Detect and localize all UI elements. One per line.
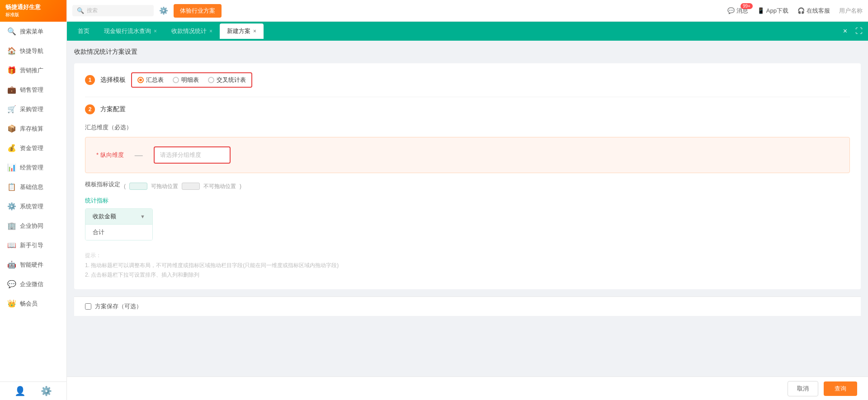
metrics-group-label: 统计指标 bbox=[85, 197, 850, 205]
service-icon: 🎧 bbox=[797, 7, 805, 14]
sidebar-item-wechat[interactable]: 💬 企业微信 bbox=[0, 274, 66, 294]
sidebar: 畅捷通好生意 标准版 🔍 搜索菜单 🏠 快捷导航 🎁 营销推广 💼 销售管理 🛒… bbox=[0, 0, 67, 400]
cancel-button[interactable]: 取消 bbox=[788, 381, 818, 396]
tab-home[interactable]: 首页 bbox=[71, 24, 97, 39]
settings-icon[interactable]: ⚙️ bbox=[159, 6, 168, 15]
search-bar-icon: 🔍 bbox=[77, 7, 84, 14]
sidebar-logo: 畅捷通好生意 标准版 bbox=[0, 0, 66, 22]
user-avatar-icon[interactable]: 👤 bbox=[14, 386, 26, 396]
tab-close-all-btn[interactable]: × bbox=[841, 25, 849, 37]
radio-summary-circle bbox=[137, 77, 144, 83]
sidebar-item-finance[interactable]: 💰 资金管理 bbox=[0, 138, 66, 158]
sidebar-bottom: 👤 ⚙️ bbox=[0, 381, 66, 400]
hint-nodrag-label: 不可拖动位置 bbox=[203, 183, 236, 190]
app-download[interactable]: 📱 App下载 bbox=[757, 7, 788, 15]
radio-crosstab[interactable]: 交叉统计表 bbox=[208, 76, 246, 84]
sidebar-item-purchase[interactable]: 🛒 采购管理 bbox=[0, 99, 66, 119]
robot-icon: 🤖 bbox=[7, 260, 16, 269]
sidebar-item-search-menu[interactable]: 🔍 搜索菜单 bbox=[0, 22, 66, 41]
tab-collection-stat-close[interactable]: × bbox=[209, 28, 212, 34]
user-name: 用户名称 bbox=[839, 7, 863, 15]
tips-area: 提示： 1. 拖动标题栏可以调整布局，不可跨维度或指标区域拖动栏目字段(只能在同… bbox=[85, 251, 850, 280]
save-label: 方案保存（可选） bbox=[95, 302, 142, 311]
online-service[interactable]: 🎧 在线客服 bbox=[797, 7, 830, 15]
step1-header: 1 选择模板 汇总表 明细表 交叉统计表 bbox=[85, 72, 850, 88]
divider1 bbox=[85, 97, 850, 97]
dim-area: * 纵向维度 — 请选择分组维度 bbox=[85, 137, 850, 173]
metrics-col-header: 收款金额 bbox=[93, 212, 116, 221]
search-bar[interactable]: 🔍 搜索 bbox=[72, 5, 154, 16]
chat-icon: 💬 bbox=[7, 280, 16, 288]
dim-row-label: * 纵向维度 bbox=[96, 151, 124, 159]
tab-home-label: 首页 bbox=[78, 27, 90, 35]
sidebar-item-enterprise[interactable]: 🏢 企业协同 bbox=[0, 216, 66, 235]
gear-icon: ⚙️ bbox=[7, 202, 16, 211]
sidebar-item-sales[interactable]: 💼 销售管理 bbox=[0, 80, 66, 99]
sidebar-item-smart-hw[interactable]: 🤖 智能硬件 bbox=[0, 255, 66, 274]
metrics-chevron-icon: ▼ bbox=[140, 214, 145, 219]
tip1: 1. 拖动标题栏可以调整布局，不可跨维度或指标区域拖动栏目字段(只能在同一维度或… bbox=[85, 261, 850, 271]
sidebar-item-basic-info[interactable]: 📋 基础信息 bbox=[0, 177, 66, 197]
sidebar-item-member[interactable]: 👑 畅会员 bbox=[0, 294, 66, 313]
metrics-table: 收款金额 ▼ 合计 bbox=[85, 208, 153, 240]
metrics-table-row: 合计 bbox=[85, 225, 152, 240]
tab-bank-flow-close[interactable]: × bbox=[154, 28, 157, 34]
service-label: 在线客服 bbox=[807, 7, 830, 15]
hint-drag-label: 可拖动位置 bbox=[151, 183, 178, 190]
industry-btn[interactable]: 体验行业方案 bbox=[174, 4, 222, 18]
clipboard-icon: 📋 bbox=[7, 183, 16, 191]
search-bar-placeholder: 搜索 bbox=[87, 7, 98, 14]
message-badge[interactable]: 💬 消息 99+ bbox=[727, 7, 748, 15]
settings-bottom-icon[interactable]: ⚙️ bbox=[41, 386, 52, 396]
book-icon: 📖 bbox=[7, 241, 16, 249]
main-area: 🔍 搜索 ⚙️ 体验行业方案 💬 消息 99+ 📱 App下载 🎧 在线客服 用… bbox=[67, 0, 868, 400]
radio-detail[interactable]: 明细表 bbox=[173, 76, 199, 84]
radio-detail-circle bbox=[173, 77, 179, 83]
message-count: 99+ bbox=[741, 3, 753, 9]
home-icon: 🏠 bbox=[7, 47, 16, 55]
sidebar-item-marketing[interactable]: 🎁 营销推广 bbox=[0, 61, 66, 80]
box-icon: 📦 bbox=[7, 124, 16, 133]
dim-row: * 纵向维度 — 请选择分组维度 bbox=[96, 146, 231, 164]
download-label: App下载 bbox=[766, 7, 788, 15]
tab-expand-btn[interactable]: ⛶ bbox=[854, 25, 864, 37]
metrics-table-header[interactable]: 收款金额 ▼ bbox=[85, 209, 152, 225]
step2-label: 方案配置 bbox=[100, 105, 126, 113]
tab-bank-flow[interactable]: 现金银行流水查询 × bbox=[97, 24, 164, 39]
query-button[interactable]: 查询 bbox=[824, 381, 857, 396]
dim-select-placeholder: 请选择分组维度 bbox=[160, 151, 201, 158]
building-icon: 🏢 bbox=[7, 221, 16, 230]
metrics-section-title: 模板指标设定 bbox=[85, 180, 120, 188]
save-checkbox[interactable] bbox=[85, 303, 91, 310]
sidebar-item-quick-nav[interactable]: 🏠 快捷导航 bbox=[0, 41, 66, 61]
tab-collection-stat[interactable]: 收款情况统计 × bbox=[164, 24, 220, 39]
sidebar-item-newbie[interactable]: 📖 新手引导 bbox=[0, 235, 66, 255]
dim-section-title: 汇总维度（必选） bbox=[85, 123, 850, 132]
logo-text: 畅捷通好生意 标准版 bbox=[5, 4, 41, 18]
tab-new-plan[interactable]: 新建方案 × bbox=[220, 24, 264, 39]
hint-nodrag-box bbox=[182, 183, 200, 190]
tab-collection-stat-label: 收款情况统计 bbox=[171, 27, 207, 35]
radio-summary[interactable]: 汇总表 bbox=[137, 76, 164, 84]
content-area: 收款情况统计方案设置 1 选择模板 汇总表 明细表 bbox=[67, 41, 868, 376]
tip2: 2. 点击标题栏下拉可设置排序、插入列和删除列 bbox=[85, 270, 850, 280]
step2-header: 2 方案配置 bbox=[85, 104, 850, 114]
radio-detail-label: 明细表 bbox=[181, 76, 199, 84]
dim-arrow-icon: — bbox=[135, 151, 143, 160]
sidebar-item-operations[interactable]: 📊 经营管理 bbox=[0, 158, 66, 177]
cart-icon: 🛒 bbox=[7, 105, 16, 113]
sidebar-item-system[interactable]: ⚙️ 系统管理 bbox=[0, 197, 66, 216]
sidebar-item-inventory[interactable]: 📦 库存核算 bbox=[0, 119, 66, 138]
search-icon: 🔍 bbox=[7, 27, 16, 36]
tab-new-plan-close[interactable]: × bbox=[253, 28, 256, 34]
topbar-right: 💬 消息 99+ 📱 App下载 🎧 在线客服 用户名称 bbox=[727, 7, 863, 15]
money-icon: 💰 bbox=[7, 144, 16, 152]
dim-select[interactable]: 请选择分组维度 bbox=[154, 146, 231, 164]
radio-crosstab-circle bbox=[208, 77, 214, 83]
tabbar-actions: × ⛶ bbox=[841, 25, 864, 37]
chart-icon: 📊 bbox=[7, 163, 16, 172]
tabbar: 首页 现金银行流水查询 × 收款情况统计 × 新建方案 × × ⛶ bbox=[67, 22, 868, 41]
crown-icon: 👑 bbox=[7, 299, 16, 308]
page-title: 收款情况统计方案设置 bbox=[74, 48, 861, 56]
tips-title: 提示： bbox=[85, 252, 101, 259]
